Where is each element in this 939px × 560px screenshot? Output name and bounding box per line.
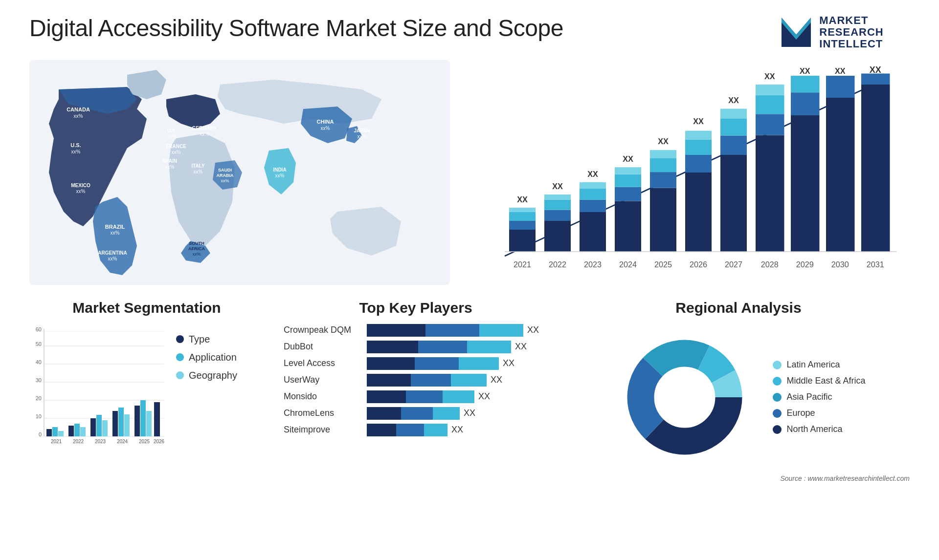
- svg-rect-102: [68, 426, 74, 436]
- top-section: CANADA xx% U.S. xx% MEXICO xx% BRAZIL xx…: [29, 60, 910, 285]
- svg-text:2024: 2024: [117, 439, 128, 444]
- svg-rect-28: [544, 221, 571, 252]
- logo: MARKET RESEARCH INTELLECT: [753, 15, 910, 50]
- donut-wrap: Latin America Middle East & Africa Asia …: [567, 324, 910, 471]
- key-players-title: Top Key Players: [284, 300, 548, 316]
- svg-rect-58: [720, 155, 747, 252]
- svg-rect-46: [650, 188, 676, 252]
- legend-dot-geography: [176, 371, 184, 379]
- svg-text:2021: 2021: [51, 439, 62, 444]
- svg-rect-22: [509, 230, 536, 252]
- svg-rect-111: [118, 408, 124, 436]
- svg-text:2025: 2025: [654, 259, 672, 268]
- page: Digital Accessibility Software Market Si…: [0, 0, 939, 560]
- svg-rect-100: [58, 431, 64, 436]
- svg-text:xx%: xx%: [172, 150, 181, 155]
- svg-text:xx%: xx%: [74, 113, 83, 119]
- svg-rect-112: [124, 414, 130, 436]
- svg-rect-103: [74, 424, 80, 436]
- svg-rect-67: [756, 85, 784, 95]
- player-row-chromelens: ChromeLens XX: [284, 407, 548, 420]
- svg-text:60: 60: [36, 326, 42, 332]
- svg-text:xx%: xx%: [194, 169, 203, 174]
- svg-text:XX: XX: [835, 66, 846, 75]
- map-label-saudi: SAUDI: [218, 168, 232, 172]
- svg-text:xx%: xx%: [221, 178, 229, 183]
- svg-text:30: 30: [36, 377, 42, 383]
- svg-text:xx%: xx%: [192, 252, 201, 257]
- svg-rect-76: [826, 76, 855, 98]
- regional-title: Regional Analysis: [567, 300, 910, 316]
- svg-text:2027: 2027: [725, 259, 742, 268]
- player-row-dubbot: DubBot XX: [284, 341, 548, 353]
- svg-rect-23: [509, 221, 536, 230]
- svg-rect-98: [46, 429, 52, 436]
- map-label-italy: ITALY: [191, 163, 205, 169]
- donut-svg: [611, 324, 758, 471]
- svg-text:XX: XX: [870, 65, 881, 74]
- logo-text: MARKET RESEARCH INTELLECT: [819, 15, 883, 50]
- svg-text:XX: XX: [728, 95, 739, 104]
- svg-text:XX: XX: [552, 182, 563, 191]
- svg-rect-37: [580, 182, 606, 188]
- svg-rect-40: [615, 201, 641, 252]
- bottom-section: Market Segmentation 0 10 20 30 40 50 60: [29, 300, 910, 482]
- legend-geography: Geography: [176, 370, 237, 381]
- svg-rect-75: [826, 98, 855, 252]
- map-label-southafrica: SOUTH: [189, 241, 204, 246]
- segmentation-section: Market Segmentation 0 10 20 30 40 50 60: [29, 300, 264, 451]
- svg-rect-29: [544, 210, 571, 221]
- svg-rect-52: [685, 172, 712, 252]
- svg-rect-79: [861, 85, 890, 252]
- map-label-china: CHINA: [317, 119, 334, 125]
- svg-text:10: 10: [36, 413, 42, 419]
- svg-text:XX: XX: [764, 72, 775, 81]
- svg-text:XX: XX: [693, 117, 704, 126]
- svg-text:2022: 2022: [73, 439, 84, 444]
- svg-rect-108: [102, 420, 108, 436]
- svg-marker-0: [782, 18, 811, 47]
- svg-rect-41: [615, 187, 641, 201]
- svg-text:XX: XX: [587, 170, 598, 178]
- legend-europe: Europe: [773, 408, 865, 418]
- svg-rect-35: [580, 199, 606, 212]
- key-players-section: Top Key Players Crownpeak DQM XX: [284, 300, 548, 436]
- svg-rect-31: [544, 194, 571, 200]
- seg-bars-svg: 0 10 20 30 40 50 60: [29, 324, 166, 451]
- growth-chart: XX 2021 XX 2022 XX 2023: [470, 60, 910, 285]
- svg-rect-72: [791, 76, 820, 92]
- svg-rect-70: [791, 115, 820, 252]
- player-row-monsido: Monsido XX: [284, 390, 548, 403]
- map-label-india: INDIA: [273, 167, 286, 172]
- legend-north-america: North America: [773, 424, 865, 434]
- svg-text:xx%: xx%: [165, 164, 175, 170]
- svg-rect-116: [146, 411, 152, 436]
- legend-dot-application: [176, 353, 184, 361]
- svg-rect-110: [112, 411, 118, 436]
- svg-text:2023: 2023: [95, 439, 106, 444]
- svg-text:40: 40: [36, 359, 42, 365]
- map-label-us: U.S.: [70, 142, 81, 148]
- svg-text:XX: XX: [658, 136, 669, 145]
- svg-rect-34: [580, 212, 606, 252]
- svg-rect-65: [756, 114, 784, 135]
- legend-application: Application: [176, 352, 237, 363]
- svg-rect-80: [861, 73, 890, 85]
- svg-text:2031: 2031: [867, 259, 884, 268]
- svg-rect-66: [756, 95, 784, 114]
- svg-point-126: [654, 367, 715, 428]
- svg-rect-71: [791, 92, 820, 115]
- svg-text:2022: 2022: [549, 259, 566, 268]
- svg-text:2023: 2023: [584, 259, 602, 268]
- svg-text:xx%: xx%: [200, 131, 209, 137]
- player-row-levelaccess: Level Access XX: [284, 357, 548, 370]
- legend-middle-east-africa: Middle East & Africa: [773, 376, 865, 386]
- svg-text:2030: 2030: [831, 259, 849, 268]
- map-label-uk: U.K.: [167, 128, 177, 133]
- map-label-spain: SPAIN: [162, 158, 177, 164]
- svg-text:2026: 2026: [154, 439, 165, 444]
- svg-rect-30: [544, 199, 571, 210]
- svg-rect-42: [615, 174, 641, 187]
- regional-legend: Latin America Middle East & Africa Asia …: [773, 360, 865, 434]
- regional-section: Regional Analysis: [567, 300, 910, 482]
